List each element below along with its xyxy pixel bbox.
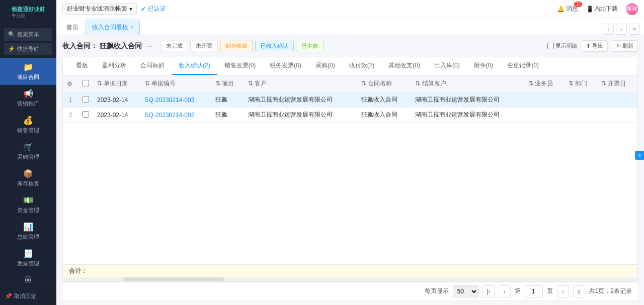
status-btn-0[interactable]: 未完成 bbox=[160, 41, 188, 51]
subtab-附件[interactable]: 附件(0) bbox=[467, 57, 501, 75]
pin-icon: 📌 bbox=[5, 293, 12, 299]
check-icon: ✔ bbox=[141, 6, 146, 13]
select-all-checkbox[interactable] bbox=[83, 80, 89, 86]
subtab-出入库[interactable]: 出入库(0) bbox=[427, 57, 467, 75]
per-page-select[interactable]: 102050100 bbox=[453, 285, 478, 297]
last-page-button[interactable]: ›| bbox=[573, 285, 585, 297]
sidebar-item-库存核算[interactable]: 📦库存核算 bbox=[0, 165, 56, 191]
tab-close-icon[interactable]: × bbox=[130, 25, 133, 30]
subtab-变更记录[interactable]: 变更记录(0) bbox=[500, 57, 546, 75]
header-actions: 显示明细 ⬆ 导出 ↻ 刷新 bbox=[547, 40, 638, 52]
sidebar-label-2: 销售管理 bbox=[17, 127, 39, 134]
sidebar-item-项目合同[interactable]: 📁项目合同 bbox=[0, 58, 56, 85]
row-salesman bbox=[524, 108, 565, 123]
row-settle: 湖南卫视商业运营发展有限公司 bbox=[411, 92, 524, 108]
export-button[interactable]: ⬆ 导出 bbox=[582, 40, 608, 52]
data-table: ⚙ ⇅ 单据日期 ⇅ 单据编号 ⇅ 项目 ⇅ 客户 ⇅ 合同名称 ⇅ 结算客户 bbox=[63, 75, 637, 123]
tab-home[interactable]: 首页 bbox=[60, 20, 85, 35]
sidebar-label-0: 项目合同 bbox=[17, 73, 39, 81]
sidebar-item-营销推广[interactable]: 📢营销推广 bbox=[0, 85, 56, 112]
message-button[interactable]: 🔔 1 消息 bbox=[557, 5, 578, 13]
settings-header: ⚙ bbox=[63, 75, 78, 92]
next-page-button[interactable]: › bbox=[557, 285, 569, 297]
table-row[interactable]: 1 2023-02-14 SQ-20230214-003 狂飙 湖南卫视商业运营… bbox=[63, 92, 637, 108]
checkbox-header bbox=[78, 75, 93, 92]
tab-contract-board[interactable]: 收入合同看板 × bbox=[86, 20, 140, 35]
refresh-button[interactable]: ↻ 刷新 bbox=[612, 40, 638, 52]
row-date: 2023-02-14 bbox=[93, 92, 141, 108]
company-name: 好业财专业版演示帐套 bbox=[67, 5, 127, 13]
sidebar-item-资金管理[interactable]: 💵资金管理 bbox=[0, 191, 56, 218]
subtab-盈利分析[interactable]: 盈利分析 bbox=[95, 57, 133, 75]
search-menu-button[interactable]: 🔍 搜索菜单 bbox=[4, 28, 52, 41]
message-badge: 1 bbox=[574, 2, 582, 7]
subtab-采购[interactable]: 采购(0) bbox=[308, 57, 342, 75]
col-salesman: ⇅ 业务员 bbox=[524, 75, 565, 92]
tab-controls: ‹ › × bbox=[603, 24, 640, 35]
sidebar-item-发票管理[interactable]: 🧾发票管理 bbox=[0, 245, 56, 271]
sidebar-label-4: 库存核算 bbox=[17, 180, 39, 187]
inner-card: 看板盈利分析合同标的收入确认(2)销售发票(0)税务发票(0)采购(0)收付款(… bbox=[62, 57, 638, 282]
download-icon: 📱 bbox=[586, 6, 594, 13]
subtab-税务发票[interactable]: 税务发票(0) bbox=[263, 57, 308, 75]
row-checkbox-cell bbox=[78, 92, 93, 108]
sidebar-icon-2: 💰 bbox=[23, 116, 33, 125]
user-avatar[interactable]: 珠珠 bbox=[626, 3, 638, 15]
logo-sub: 专业版 bbox=[12, 13, 45, 19]
col-project: ⇅ 项目 bbox=[211, 75, 244, 92]
quick-nav-button[interactable]: ⚡ 快捷导航 bbox=[4, 43, 52, 55]
sidebar-item-税务管理[interactable]: 🏛税务管理 bbox=[0, 271, 56, 287]
settings-icon[interactable]: ⚙ bbox=[67, 80, 72, 87]
app-logo: 畅捷通好业财 专业版 bbox=[0, 0, 56, 25]
subtab-收付款[interactable]: 收付款(2) bbox=[342, 57, 382, 75]
sidebar-label-7: 发票管理 bbox=[17, 260, 39, 267]
search-icon: 🔍 bbox=[8, 31, 15, 38]
row-checkbox[interactable] bbox=[83, 111, 89, 118]
sidebar-label-6: 总账管理 bbox=[17, 233, 39, 241]
page-input[interactable] bbox=[525, 285, 543, 297]
table-container: ⚙ ⇅ 单据日期 ⇅ 单据编号 ⇅ 项目 ⇅ 客户 ⇅ 合同名称 ⇅ 结算客户 bbox=[63, 75, 637, 264]
sidebar-item-采购管理[interactable]: 🛒采购管理 bbox=[0, 138, 56, 165]
topbar: 好业财专业版演示帐套 ▾ ✔ 已认证 🔔 1 消息 📱 App下载 珠珠 bbox=[56, 0, 644, 18]
quick-panel-button[interactable]: ≡ bbox=[635, 151, 644, 160]
subtab-销售发票[interactable]: 销售发票(0) bbox=[217, 57, 263, 75]
row-contract: 狂飙收入合同 bbox=[357, 92, 412, 108]
tab-next-button[interactable]: › bbox=[616, 24, 627, 35]
sidebar-icon-0: 📁 bbox=[23, 62, 33, 72]
bill-no-link[interactable]: SQ-20230214-003 bbox=[145, 96, 195, 104]
row-project: 狂飙 bbox=[211, 108, 244, 123]
sidebar: 畅捷通好业财 专业版 🔍 搜索菜单 ⚡ 快捷导航 📁项目合同📢营销推广💰销售管理… bbox=[0, 0, 56, 305]
tabbar: 首页 收入合同看板 × ‹ › × bbox=[56, 18, 644, 35]
subtab-看板[interactable]: 看板 bbox=[69, 57, 95, 75]
status-btn-4[interactable]: 已生效 bbox=[296, 41, 324, 51]
refresh-icon: ↻ bbox=[616, 43, 621, 49]
unpin-button[interactable]: 📌 取消固定 bbox=[3, 290, 53, 302]
app-download-button[interactable]: 📱 App下载 bbox=[586, 5, 618, 13]
company-selector[interactable]: 好业财专业版演示帐套 ▾ bbox=[62, 3, 137, 15]
col-billno: ⇅ 单据编号 bbox=[141, 75, 211, 92]
sidebar-item-销售管理[interactable]: 💰销售管理 bbox=[0, 112, 56, 138]
subtab-其他收支[interactable]: 其他收支(0) bbox=[381, 57, 427, 75]
status-btn-1[interactable]: 未开票 bbox=[190, 41, 218, 51]
bell-icon: 🔔 bbox=[557, 6, 565, 13]
topbar-right: 🔔 1 消息 📱 App下载 珠珠 bbox=[557, 3, 638, 15]
avatar: 珠珠 bbox=[626, 3, 638, 15]
show-detail-checkbox[interactable]: 显示明细 bbox=[547, 42, 578, 50]
col-billdate: ⇅ 开票日 bbox=[597, 75, 637, 92]
sidebar-item-总账管理[interactable]: 📊总账管理 bbox=[0, 218, 56, 245]
status-btn-3[interactable]: 已收入确认 bbox=[255, 41, 294, 51]
subtab-合同标的[interactable]: 合同标的 bbox=[133, 57, 172, 75]
show-detail-input[interactable] bbox=[547, 43, 554, 49]
first-page-button[interactable]: |‹ bbox=[482, 285, 495, 297]
row-project: 狂飙 bbox=[211, 92, 244, 108]
tab-close-all-button[interactable]: × bbox=[629, 24, 640, 35]
row-checkbox[interactable] bbox=[83, 96, 89, 103]
more-options-button[interactable]: ··· bbox=[146, 42, 152, 51]
bill-no-link[interactable]: SQ-20230214-002 bbox=[145, 112, 195, 119]
status-btn-2[interactable]: 部分收款 bbox=[220, 41, 253, 51]
tab-prev-button[interactable]: ‹ bbox=[603, 24, 614, 35]
row-billdate bbox=[597, 108, 637, 123]
table-row[interactable]: 2 2023-02-14 SQ-20230214-002 狂飙 湖南卫视商业运营… bbox=[63, 108, 637, 123]
prev-page-button[interactable]: ‹ bbox=[499, 285, 511, 297]
subtab-收入确认[interactable]: 收入确认(2) bbox=[172, 57, 217, 75]
